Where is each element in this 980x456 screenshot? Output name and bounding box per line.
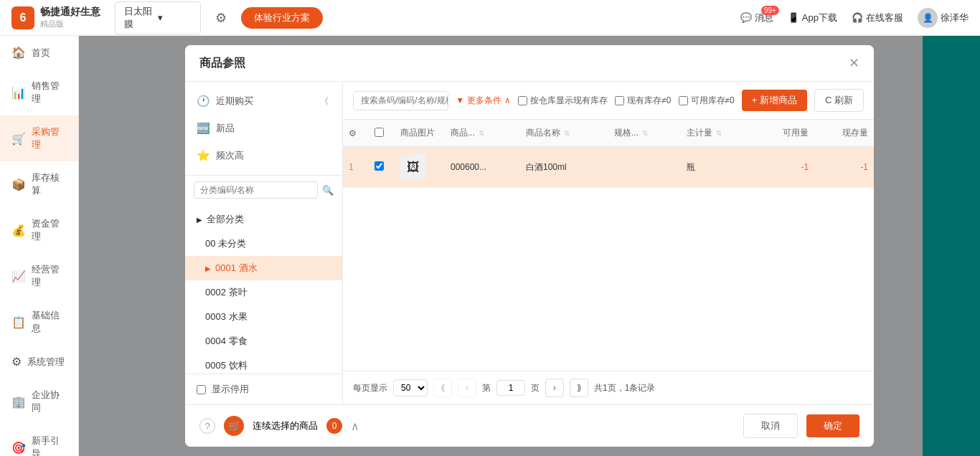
clock-icon: 🕐: [197, 95, 210, 108]
select-all-checkbox[interactable]: [374, 128, 384, 137]
left-tabs: 🕐 近期购买 《 🆕 新品 ⭐ 频次高: [185, 82, 342, 176]
add-product-button[interactable]: + 新增商品: [742, 90, 807, 111]
table-row[interactable]: 1 🖼 000600...: [343, 147, 874, 188]
next-page-button[interactable]: ›: [545, 379, 564, 397]
settings-icon[interactable]: ⚙: [209, 6, 232, 29]
app-download-nav-item[interactable]: 📱 App下载: [788, 11, 837, 24]
modal-right-panel: 🔍 ▼ 更多条件 ∧ 按仓库显示现有库存: [343, 82, 874, 404]
refresh-button[interactable]: C 刷新: [814, 89, 864, 112]
sidebar-item-enterprise[interactable]: 🏢 企业协同: [0, 379, 78, 424]
new-icon: 🆕: [197, 122, 210, 135]
phone-icon: 📱: [788, 12, 799, 23]
collapse-footer-button[interactable]: ∧: [351, 419, 359, 433]
collapse-left-button[interactable]: 《: [318, 95, 331, 108]
avatar: 👤: [918, 8, 938, 28]
prev-page-button[interactable]: ‹: [458, 379, 476, 397]
modal-body: 🕐 近期购买 《 🆕 新品 ⭐ 频次高: [185, 82, 874, 404]
cancel-button[interactable]: 取消: [743, 414, 798, 438]
cat-item-5[interactable]: 0005 饮料: [185, 353, 342, 374]
sort-icon: ⇅: [642, 129, 648, 137]
continuous-label: 连续选择的商品: [253, 419, 318, 432]
cat-item-3[interactable]: 0003 水果: [185, 305, 342, 329]
sidebar-label: 资金管理: [32, 217, 67, 243]
sidebar: 🏠 首页 📊 销售管理 🛒 采购管理 📦 库存核算 💰 资金管理 📈 经营管理 …: [0, 36, 79, 456]
modal-header: 商品参照 ✕: [185, 45, 874, 82]
row-checkbox-cell[interactable]: [369, 147, 395, 188]
col-code[interactable]: 商品... ⇅: [445, 120, 520, 147]
col-img: 商品图片: [395, 120, 445, 147]
checkbox-warehouse[interactable]: 按仓库显示现有库存: [518, 95, 608, 107]
col-name[interactable]: 商品名称 ⇅: [520, 120, 608, 147]
row-name: 白酒100ml: [520, 147, 608, 188]
modal-footer: ? 🛒 连续选择的商品 0 ∧ 取消 确定: [185, 404, 874, 447]
show-disabled-checkbox[interactable]: [197, 385, 206, 394]
service-nav-item[interactable]: 🎧 在线客服: [852, 11, 903, 24]
modal-close-button[interactable]: ✕: [849, 55, 859, 71]
category-search-icon[interactable]: 🔍: [322, 185, 334, 196]
sidebar-item-finance[interactable]: 💰 资金管理: [0, 207, 78, 253]
checkbox-stock-nonzero[interactable]: 现有库存≠0: [615, 95, 671, 107]
sidebar-item-purchase[interactable]: 🛒 采购管理: [0, 115, 78, 161]
cat-item-4[interactable]: 0004 零食: [185, 329, 342, 353]
col-spec[interactable]: 规格... ⇅: [608, 120, 681, 147]
help-icon[interactable]: ?: [199, 418, 215, 434]
sidebar-label: 经营管理: [32, 263, 67, 289]
per-page-select[interactable]: 50: [393, 379, 428, 396]
cat-item-0[interactable]: 00 未分类: [185, 232, 342, 256]
sidebar-item-system[interactable]: ⚙ 系统管理: [0, 345, 78, 379]
filter-button[interactable]: ▼ 更多条件 ∧: [456, 95, 511, 107]
cat-item-all[interactable]: ▶ 全部分类: [185, 207, 342, 232]
sidebar-label: 库存核算: [32, 171, 67, 197]
sidebar-item-guide[interactable]: 🎯 新手引导: [0, 424, 78, 456]
col-checkbox[interactable]: [369, 120, 395, 147]
row-spec: [608, 147, 681, 188]
warehouse-checkbox[interactable]: [518, 96, 527, 105]
cat-item-1[interactable]: ▶ 0001 酒水: [185, 256, 342, 280]
product-search-input[interactable]: [354, 92, 448, 109]
cta-button[interactable]: 体验行业方案: [241, 7, 323, 29]
stock-nonzero-checkbox[interactable]: [615, 96, 624, 105]
sidebar-label: 企业协同: [32, 389, 67, 414]
modal-overlay: 商品参照 ✕ 🕐 近期购买 《 🆕 新品: [79, 36, 980, 456]
sidebar-item-inventory[interactable]: 📦 库存核算: [0, 161, 78, 207]
checkbox-available-nonzero[interactable]: 可用库存≠0: [679, 95, 735, 107]
message-icon: 💬: [740, 12, 752, 23]
tab-recent[interactable]: 🕐 近期购买 《: [185, 87, 342, 115]
sidebar-item-home[interactable]: 🏠 首页: [0, 36, 78, 70]
sort-icon: ⇅: [716, 129, 722, 137]
sidebar-label: 系统管理: [27, 356, 65, 369]
sidebar-item-sales[interactable]: 📊 销售管理: [0, 70, 78, 115]
col-settings[interactable]: ⚙: [343, 120, 369, 147]
sidebar-label: 采购管理: [32, 125, 67, 151]
page-number-input[interactable]: [496, 380, 525, 396]
sidebar-item-base-info[interactable]: 📋 基础信息: [0, 299, 78, 345]
confirm-button[interactable]: 确定: [806, 414, 859, 437]
row-unit: 瓶: [681, 147, 755, 188]
top-nav: 6 畅捷通好生意 精品版 日太阳膜 ▾ ⚙ 体验行业方案 💬 消息 99+ 📱 …: [0, 0, 980, 36]
trending-icon: 📈: [11, 270, 26, 283]
tab-frequent[interactable]: ⭐ 频次高: [185, 142, 342, 169]
col-unit[interactable]: 主计量 ⇅: [681, 120, 755, 147]
store-dropdown[interactable]: 日太阳膜 ▾: [115, 1, 201, 34]
box-icon: 📦: [11, 178, 26, 191]
col-img-label: 商品图片: [400, 128, 435, 138]
sidebar-item-operation[interactable]: 📈 经营管理: [0, 253, 78, 299]
sort-icon: ⇅: [479, 129, 484, 137]
gear-icon: ⚙: [11, 355, 22, 369]
last-page-button[interactable]: ⟫: [570, 379, 588, 397]
message-nav-item[interactable]: 💬 消息 99+: [740, 11, 773, 24]
guide-icon: 🎯: [11, 441, 26, 455]
star-icon: ⭐: [197, 149, 210, 162]
category-search-input[interactable]: [194, 181, 318, 199]
money-icon: 💰: [11, 224, 26, 237]
cat-item-2[interactable]: 0002 茶叶: [185, 280, 342, 305]
first-page-button[interactable]: ⟪: [433, 379, 452, 397]
user-nav-item[interactable]: 👤 徐泽华: [918, 8, 969, 28]
row-checkbox[interactable]: [374, 161, 384, 171]
brand-text: 畅捷通好生意 精品版: [40, 6, 100, 29]
available-nonzero-checkbox[interactable]: [679, 96, 688, 105]
row-available: -1: [755, 147, 815, 188]
table-header-row: ⚙ 商品图片 商品... ⇅: [343, 120, 874, 147]
product-search-bar[interactable]: 🔍: [353, 91, 448, 110]
tab-new[interactable]: 🆕 新品: [185, 115, 342, 142]
